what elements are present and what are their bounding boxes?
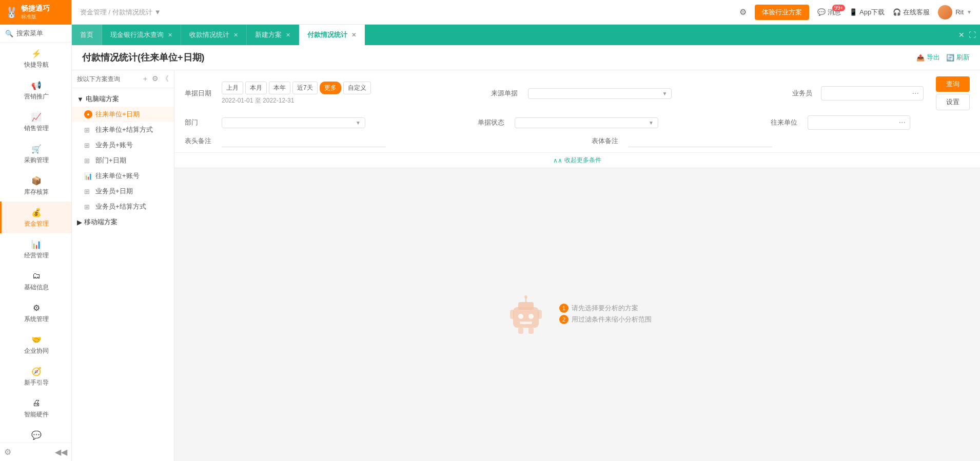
- tab-new-scheme[interactable]: 新建方案 ✕: [247, 25, 299, 45]
- sidebar-item-guide[interactable]: 🧭 新手引导: [0, 360, 71, 392]
- sidebar-item-enterprise[interactable]: 🤝 企业协同: [0, 329, 71, 360]
- tab-home[interactable]: 首页: [72, 25, 102, 45]
- mobile-group-toggle[interactable]: ▶ 移动端方案: [72, 214, 174, 230]
- last-month-btn[interactable]: 上月: [222, 82, 243, 94]
- scheme-settings-icon[interactable]: ⚙: [152, 74, 159, 84]
- dept-select[interactable]: ▼: [222, 117, 365, 128]
- scheme-item-dept-date[interactable]: ⊞ 部门+日期: [72, 153, 174, 168]
- settings-icon[interactable]: ⚙: [739, 7, 747, 17]
- collapse-icon: ∧∧: [553, 157, 562, 164]
- svg-point-2: [518, 314, 523, 319]
- receipt-stats-tab-close[interactable]: ✕: [233, 32, 238, 38]
- payment-stats-tab-label: 付款情况统计: [307, 30, 347, 39]
- app-download-button[interactable]: 📱 App下载: [849, 8, 885, 17]
- source-select[interactable]: ▼: [528, 88, 672, 99]
- scheme-item-staff-account[interactable]: ⊞ 业务员+账号: [72, 137, 174, 153]
- svg-rect-7: [518, 328, 523, 334]
- settings-footer-icon[interactable]: ⚙: [4, 447, 11, 457]
- scheme-item-partner-settle[interactable]: ⊞ 往来单位+结算方式: [72, 122, 174, 137]
- page-actions: 📤 导出 🔄 刷新: [916, 53, 970, 62]
- user-dropdown-icon: ▼: [967, 9, 972, 15]
- sidebar-item-sales[interactable]: 📈 销售管理: [0, 106, 71, 138]
- partner-more-icon[interactable]: ···: [899, 118, 906, 127]
- svg-rect-5: [510, 310, 514, 319]
- sidebar-item-basic[interactable]: 🗂 基础信息: [0, 265, 71, 297]
- sidebar-item-label: 销售管理: [24, 124, 49, 133]
- empty-state-panel: 1 请先选择要分析的方案 2 用过滤条件来缩小分析范围: [174, 168, 980, 461]
- more-btn[interactable]: 更多: [320, 82, 341, 94]
- collapse-panel-icon[interactable]: 《: [162, 74, 169, 84]
- hint-text-1: 请先选择要分析的方案: [572, 304, 638, 313]
- sidebar-item-system[interactable]: ⚙ 系统管理: [0, 297, 71, 329]
- sidebar-item-operation[interactable]: 📊 经营管理: [0, 233, 71, 265]
- date-range-display: 2022-01-01 至 2022-12-31: [222, 96, 371, 105]
- sidebar-item-purchase[interactable]: 🛒 采购管理: [0, 138, 71, 170]
- this-month-btn[interactable]: 本月: [245, 82, 267, 94]
- cash-flow-tab-close[interactable]: ✕: [168, 32, 172, 38]
- online-service-button[interactable]: 🎧 在线客服: [893, 8, 930, 17]
- scheme-item-staff-settle[interactable]: ⊞ 业务员+结算方式: [72, 199, 174, 214]
- tab-cash-flow[interactable]: 现金银行流水查询 ✕: [102, 25, 181, 45]
- sidebar-item-inventory[interactable]: 📦 库存核算: [0, 170, 71, 202]
- table-header-note-input[interactable]: [222, 135, 386, 147]
- top-header: 资金管理 / 付款情况统计 ▼ ⚙ 体验行业方案 💬 消息 99+ 📱 App下…: [72, 0, 980, 25]
- sidebar: 🐰 畅捷通巧 标准版 🔍 搜索菜单 ⚡ 快捷导航 📢 营销推广 📈 销售管理 🛒…: [0, 0, 72, 461]
- sidebar-search[interactable]: 🔍 搜索菜单: [0, 25, 71, 43]
- close-all-tabs-icon[interactable]: ✕: [958, 31, 965, 39]
- add-scheme-icon[interactable]: ＋: [142, 74, 149, 84]
- sidebar-item-marketing[interactable]: 📢 营销推广: [0, 74, 71, 106]
- hint-num-2: 2: [559, 315, 569, 324]
- partner-select[interactable]: ···: [808, 115, 910, 130]
- collapse-sidebar-icon[interactable]: ◀◀: [55, 447, 67, 457]
- empty-state: 1 请先选择要分析的方案 2 用过滤条件来缩小分析范围: [503, 292, 652, 338]
- desktop-group-toggle[interactable]: ▼ 电脑端方案: [72, 91, 174, 107]
- trial-button[interactable]: 体验行业方案: [755, 5, 809, 20]
- query-button[interactable]: 查询: [936, 76, 970, 92]
- scheme-item-partner-date[interactable]: ● 往来单位+日期: [72, 107, 174, 122]
- scheme-item-partner-account[interactable]: 📊 往来单位+账号: [72, 168, 174, 184]
- sidebar-item-label: 基础信息: [24, 283, 49, 292]
- tab-payment-stats[interactable]: 付款情况统计 ✕: [299, 25, 365, 45]
- collapse-filter-button[interactable]: ∧∧ 收起更多条件: [174, 152, 980, 168]
- sidebar-item-quick-nav[interactable]: ⚡ 快捷导航: [0, 43, 71, 74]
- date-filter-label: 单据日期: [185, 89, 213, 98]
- payment-stats-tab-close[interactable]: ✕: [351, 32, 356, 38]
- export-button[interactable]: 📤 导出: [916, 53, 940, 62]
- mobile-group-arrow: ▶: [77, 218, 82, 226]
- refresh-button[interactable]: 🔄 刷新: [946, 53, 970, 62]
- sidebar-item-wechat[interactable]: 💬 企业微信: [0, 424, 71, 443]
- this-year-btn[interactable]: 本年: [269, 82, 290, 94]
- app-version: 标准版: [21, 13, 50, 21]
- scheme-item-label: 业务员+结算方式: [95, 202, 146, 211]
- sidebar-item-capital[interactable]: 💰 资金管理: [0, 202, 71, 233]
- custom-btn[interactable]: 自定义: [343, 82, 371, 94]
- staff-more-icon[interactable]: ···: [912, 89, 919, 98]
- scheme-item-staff-date[interactable]: ⊞ 业务员+日期: [72, 184, 174, 199]
- quick-nav-icon: ⚡: [31, 48, 42, 59]
- mobile-group-label: 移动端方案: [84, 217, 117, 227]
- svg-rect-1: [518, 302, 534, 310]
- svg-rect-8: [528, 328, 534, 334]
- staff-select[interactable]: ···: [821, 86, 924, 101]
- source-filter-label: 来源单据: [491, 89, 520, 98]
- filter-row-1: 单据日期 上月 本月 本年 近7天 更多 自定义 2022-01-01 至 20…: [185, 76, 970, 110]
- table-body-note-input[interactable]: [629, 135, 772, 147]
- hint-text-2: 用过滤条件来缩小分析范围: [572, 315, 652, 324]
- breadcrumb-dropdown-icon[interactable]: ▼: [154, 8, 161, 16]
- sidebar-item-hardware[interactable]: 🖨 智能硬件: [0, 392, 71, 424]
- user-menu[interactable]: Rit ▼: [938, 5, 972, 19]
- date-filter-area: 上月 本月 本年 近7天 更多 自定义 2022-01-01 至 2022-12…: [222, 82, 371, 105]
- doc-status-select[interactable]: ▼: [515, 117, 658, 128]
- breadcrumb-path: 资金管理 / 付款情况统计: [80, 8, 152, 17]
- maximize-tab-icon[interactable]: ⛶: [969, 31, 976, 39]
- tab-receipt-stats[interactable]: 收款情况统计 ✕: [181, 25, 247, 45]
- export-icon: 📤: [916, 54, 925, 62]
- empty-hint-item-1: 1 请先选择要分析的方案: [559, 304, 652, 313]
- left-scheme-panel: 按以下方案查询 ＋ ⚙ 《 ▼ 电脑端方案: [72, 70, 174, 461]
- new-scheme-tab-close[interactable]: ✕: [286, 32, 290, 38]
- message-button[interactable]: 💬 消息 99+: [817, 8, 841, 17]
- settings-button[interactable]: 设置: [936, 94, 970, 110]
- hint-num-1: 1: [559, 304, 569, 313]
- last-7days-btn[interactable]: 近7天: [292, 82, 318, 94]
- sidebar-item-label: 营销推广: [24, 92, 49, 101]
